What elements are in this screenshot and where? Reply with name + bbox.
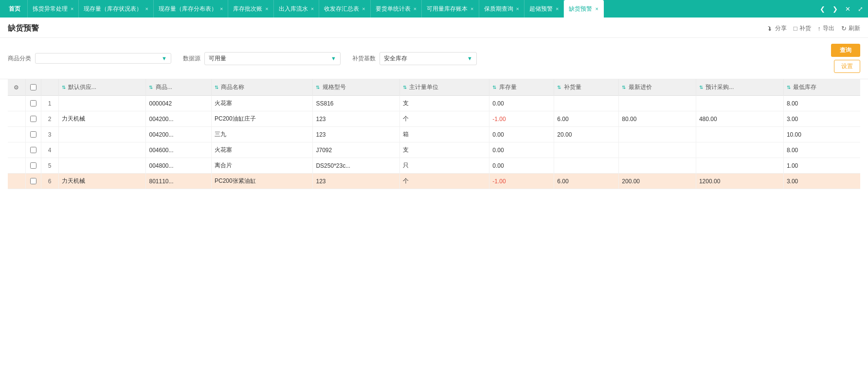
row-spec-3: J7092 xyxy=(313,142,400,158)
row-min-stock-4: 1.00 xyxy=(783,158,860,174)
tab-2[interactable]: 现存量（库存状况表） × xyxy=(79,0,153,18)
col-goods-name-label: 商品名称 xyxy=(221,84,244,90)
tab-2-close[interactable]: × xyxy=(145,6,148,12)
share-icon: ⮯ xyxy=(767,25,773,32)
row-stock-5: -1.00 xyxy=(489,174,554,189)
settings-button[interactable]: 设置 xyxy=(834,60,860,73)
col-spec-header[interactable]: ⇅ 规格型号 xyxy=(313,79,400,96)
filter-replenish-base-group: 补货基数 安全库存 ▼ xyxy=(352,52,477,65)
row-checkbox-0[interactable] xyxy=(30,100,36,106)
col-latest-price-header[interactable]: ⇅ 最新进价 xyxy=(619,79,696,96)
table-row: 6 力天机械 801110... PC200张紧油缸 123 个 -1.00 6… xyxy=(8,174,860,189)
row-spec-1: 123 xyxy=(313,111,400,127)
tab-close-current-button[interactable]: ✕ xyxy=(842,3,853,15)
col-estimated-purchase-header[interactable]: ⇅ 预计采购... xyxy=(696,79,783,96)
goods-code-sort-icon: ⇅ xyxy=(149,85,153,90)
supplier-sort-icon: ⇅ xyxy=(62,85,66,90)
row-checkbox-5[interactable] xyxy=(30,178,36,184)
row-stock-1: -1.00 xyxy=(489,111,554,127)
row-checkbox-1[interactable] xyxy=(30,116,36,122)
tab-3-close[interactable]: × xyxy=(220,6,223,12)
row-estimated-purchase-0 xyxy=(696,96,783,111)
tab-2-label: 现存量（库存状况表） xyxy=(84,5,142,13)
replenish-icon: □ xyxy=(794,25,797,32)
row-checkbox-2[interactable] xyxy=(30,131,36,138)
tab-5[interactable]: 出入库流水 × xyxy=(274,0,319,18)
col-unit-header[interactable]: ⇅ 主计量单位 xyxy=(400,79,489,96)
query-button[interactable]: 查询 xyxy=(831,44,860,57)
tab-6-close[interactable]: × xyxy=(362,6,365,12)
replenish-base-chevron-icon: ▼ xyxy=(467,55,472,61)
col-replenish-label: 补货量 xyxy=(564,84,581,90)
tab-8[interactable]: 可用量库存账本 × xyxy=(422,0,479,18)
row-replenish-0 xyxy=(554,96,619,111)
unit-sort-icon: ⇅ xyxy=(403,85,407,90)
table-row: 5 004800... 离合片 DS250*23c... 只 0.00 1.00 xyxy=(8,158,860,174)
tab-7[interactable]: 要货单统计表 × xyxy=(371,0,422,18)
tab-4[interactable]: 库存批次账 × xyxy=(228,0,273,18)
export-button[interactable]: ↑ 导出 xyxy=(818,24,835,33)
row-settings-4 xyxy=(8,158,25,174)
filter-datasource-group: 数据源 可用量 ▼ xyxy=(183,52,341,65)
row-checkbox-cell-3 xyxy=(25,142,41,158)
tab-10[interactable]: 超储预警 × xyxy=(524,0,564,18)
latest-price-sort-icon: ⇅ xyxy=(622,85,626,90)
tab-home[interactable]: 首页 xyxy=(2,0,28,18)
table-row: 2 力天机械 004200... PC200油缸庄子 123 个 -1.00 6… xyxy=(8,111,860,127)
tab-1-close[interactable]: × xyxy=(71,6,73,12)
row-replenish-3 xyxy=(554,142,619,158)
tab-7-close[interactable]: × xyxy=(414,6,416,12)
filter-action-buttons: 查询 设置 xyxy=(831,44,860,73)
row-supplier-2 xyxy=(58,127,146,142)
col-supplier-header[interactable]: ⇅ 默认供应... xyxy=(58,79,146,96)
col-latest-price-label: 最新进价 xyxy=(629,84,652,90)
row-unit-4: 只 xyxy=(400,158,489,174)
replenish-button[interactable]: □ 补货 xyxy=(794,24,811,33)
gear-settings-icon[interactable]: ⚙ xyxy=(11,84,22,91)
tab-4-close[interactable]: × xyxy=(265,6,268,12)
filter-category-select[interactable]: ▼ xyxy=(35,53,171,64)
filter-datasource-select[interactable]: 可用量 ▼ xyxy=(204,52,341,65)
tab-8-close[interactable]: × xyxy=(470,6,473,12)
tab-6[interactable]: 收发存汇总表 × xyxy=(319,0,370,18)
filter-datasource-value: 可用量 xyxy=(209,54,226,63)
row-stock-2: 0.00 xyxy=(489,127,554,142)
tab-next-button[interactable]: ❯ xyxy=(829,3,841,15)
tab-10-close[interactable]: × xyxy=(556,6,559,12)
refresh-icon: ↻ xyxy=(841,25,847,32)
col-min-stock-header[interactable]: ⇅ 最低库存 xyxy=(783,79,860,96)
filter-area: 商品分类 ▼ 数据源 可用量 ▼ 补货基数 安全库存 ▼ 查询 设置 xyxy=(0,38,868,79)
share-button[interactable]: ⮯ 分享 xyxy=(767,24,787,33)
tab-1[interactable]: 拣货异常处理 × xyxy=(28,0,79,18)
tab-11-close[interactable]: × xyxy=(595,6,598,12)
row-checkbox-4[interactable] xyxy=(30,162,36,169)
tab-5-close[interactable]: × xyxy=(311,6,314,12)
row-checkbox-3[interactable] xyxy=(30,147,36,153)
col-replenish-header[interactable]: ⇅ 补货量 xyxy=(554,79,619,96)
col-unit-label: 主计量单位 xyxy=(409,84,438,90)
table-body: 1 0000042 火花塞 SS816 支 0.00 8.00 2 力天机械 0… xyxy=(8,96,860,189)
refresh-button[interactable]: ↻ 刷新 xyxy=(841,24,860,33)
tab-1-label: 拣货异常处理 xyxy=(33,5,68,13)
col-goods-name-header[interactable]: ⇅ 商品名称 xyxy=(212,79,313,96)
tab-3[interactable]: 现存量（库存分布表） × xyxy=(154,0,228,18)
table-row: 3 004200... 三九 123 箱 0.00 20.00 10.00 xyxy=(8,127,860,142)
select-all-checkbox[interactable] xyxy=(30,84,36,90)
tab-11[interactable]: 缺货预警 × xyxy=(564,0,603,18)
tab-nav-buttons: ❮ ❯ ✕ ⤢ xyxy=(816,3,866,15)
col-stock-header[interactable]: ⇅ 库存量 xyxy=(489,79,554,96)
tab-9[interactable]: 保质期查询 × xyxy=(479,0,524,18)
tab-prev-button[interactable]: ❮ xyxy=(816,3,828,15)
tab-maximize-button[interactable]: ⤢ xyxy=(854,3,866,15)
col-goods-code-header[interactable]: ⇅ 商品... xyxy=(146,79,212,96)
row-latest-price-2 xyxy=(619,127,696,142)
main-content: 缺货预警 ⮯ 分享 □ 补货 ↑ 导出 ↻ 刷新 商品分类 xyxy=(0,18,868,387)
filter-replenish-base-select[interactable]: 安全库存 ▼ xyxy=(380,52,477,65)
tab-6-label: 收发存汇总表 xyxy=(324,5,359,13)
tab-10-label: 超储预警 xyxy=(529,5,553,13)
col-stock-label: 库存量 xyxy=(499,84,517,90)
replenish-label: 补货 xyxy=(799,24,811,33)
row-goods-name-0: 火花塞 xyxy=(212,96,313,111)
tab-9-close[interactable]: × xyxy=(516,6,519,12)
row-num-4: 5 xyxy=(41,158,58,174)
